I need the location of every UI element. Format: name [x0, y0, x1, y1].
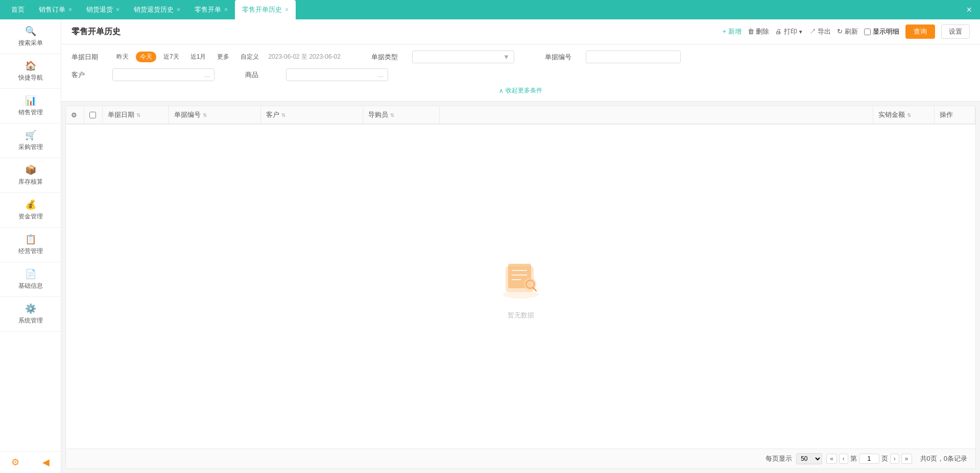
date-opt-7days[interactable]: 近7天	[159, 52, 183, 62]
tab-close-icon[interactable]: ×	[116, 6, 119, 13]
type-chevron-icon: ▼	[503, 53, 510, 61]
refresh-button[interactable]: ↻ 刷新	[837, 27, 858, 36]
th-date[interactable]: 单据日期 ⇅	[103, 106, 169, 123]
type-select[interactable]: ▼	[412, 51, 514, 63]
first-page-button[interactable]: «	[826, 454, 837, 464]
sidebar: 🔍 搜索采单 🏠 快捷导航 📊 销售管理 🛒 采购管理 📦 库存核算 💰 资金管…	[0, 19, 61, 473]
sidebar-item-label: 系统管理	[18, 316, 43, 325]
sidebar-item-purchase[interactable]: 🛒 采购管理	[0, 123, 61, 158]
tab-label: 零售开单	[195, 5, 221, 14]
th-amount[interactable]: 实销金额 ⇅	[873, 106, 935, 123]
empty-illustration	[495, 254, 546, 305]
th-salesperson[interactable]: 导购员 ⇅	[363, 106, 440, 123]
tab-sales-order[interactable]: 销售订单 ×	[32, 0, 79, 19]
customer-label: 客户	[71, 70, 102, 80]
tab-retail-order[interactable]: 零售开单 ×	[187, 0, 235, 19]
chart-icon: 📊	[25, 95, 36, 106]
display-detail-toggle[interactable]: 显示明细	[864, 27, 899, 36]
collapse-button[interactable]: ∧ 收起更多条件	[499, 86, 542, 95]
tab-retail-history[interactable]: 零售开单历史 ×	[235, 0, 296, 19]
sidebar-item-basic-info[interactable]: 📄 基础信息	[0, 262, 61, 297]
date-opt-today[interactable]: 今天	[136, 52, 156, 62]
page-number-input[interactable]	[859, 454, 879, 464]
setting-button[interactable]: 设置	[941, 24, 970, 39]
sidebar-item-nav[interactable]: 🏠 快捷导航	[0, 54, 61, 89]
th-checkbox[interactable]	[84, 106, 103, 123]
number-label: 单据编号	[545, 53, 576, 62]
print-button[interactable]: 🖨 打印 ▼	[775, 27, 803, 36]
date-opt-1month[interactable]: 近1月	[186, 52, 210, 62]
table-header: ⚙ 单据日期 ⇅ 单据编号 ⇅ 客户 ⇅ 导购员 ⇅	[66, 106, 975, 125]
tab-return-history[interactable]: 销货退货历史 ×	[127, 0, 187, 19]
tab-label: 销售订单	[39, 5, 65, 14]
date-opt-custom[interactable]: 自定义	[236, 52, 263, 62]
add-button[interactable]: + 新增	[722, 27, 741, 36]
sidebar-item-label: 快捷导航	[18, 73, 43, 82]
filter-row-2: 客户 ... 商品 ...	[71, 68, 970, 81]
settings-icon-btn[interactable]: ⚙	[11, 457, 19, 468]
gear-icon: ⚙️	[25, 303, 36, 314]
sidebar-item-finance[interactable]: 💰 资金管理	[0, 193, 61, 228]
goods-input-wrap[interactable]: ...	[286, 68, 388, 81]
per-page-select[interactable]: 20 50 100 200	[796, 453, 822, 464]
export-button[interactable]: ↗ 导出	[809, 27, 831, 36]
select-all-checkbox[interactable]	[89, 112, 96, 118]
filter-row-1: 单据日期 昨天 今天 近7天 近1月 更多 自定义 2023-06-02 至 2…	[71, 51, 970, 63]
date-opt-yesterday[interactable]: 昨天	[112, 52, 133, 62]
tab-home[interactable]: 首页	[4, 0, 32, 19]
date-range-display: 2023-06-02 至 2023-06-02	[268, 53, 340, 61]
sidebar-item-sales[interactable]: 📊 销售管理	[0, 89, 61, 123]
sort-customer-icon: ⇅	[281, 112, 285, 118]
th-actions: 操作	[935, 106, 975, 123]
empty-text: 暂无数据	[508, 311, 534, 320]
top-tabbar: 首页 销售订单 × 销货退货 × 销货退货历史 × 零售开单 × 零售开单历史 …	[0, 0, 980, 19]
th-settings[interactable]: ⚙	[66, 106, 84, 123]
sort-date-icon: ⇅	[136, 112, 140, 118]
customer-input-wrap[interactable]: ...	[112, 68, 214, 81]
cart-icon: 🛒	[25, 130, 36, 141]
tab-label: 零售开单历史	[242, 5, 282, 14]
th-number[interactable]: 单据编号 ⇅	[169, 106, 261, 123]
tab-label: 首页	[11, 5, 25, 14]
delete-button[interactable]: 🗑 删除	[748, 27, 770, 36]
th-extra	[440, 106, 873, 123]
tab-close-icon[interactable]: ×	[177, 6, 180, 13]
sidebar-item-search[interactable]: 🔍 搜索采单	[0, 19, 61, 54]
next-page-button[interactable]: ›	[890, 454, 899, 464]
tab-label: 销货退货历史	[134, 5, 174, 14]
prev-page-button[interactable]: ‹	[839, 454, 848, 464]
tab-close-icon[interactable]: ×	[68, 6, 72, 13]
table-body: 暂无数据	[66, 125, 975, 449]
print-chevron-icon: ▼	[798, 29, 803, 35]
tab-sales-return[interactable]: 销货退货 ×	[79, 0, 127, 19]
th-customer[interactable]: 客户 ⇅	[261, 106, 363, 123]
goods-ellipsis-icon[interactable]: ...	[378, 71, 384, 79]
number-input[interactable]	[586, 51, 681, 63]
type-label: 单据类型	[371, 53, 402, 62]
date-opt-more[interactable]: 更多	[213, 52, 233, 62]
page-nav: « ‹ 第 页 › »	[826, 454, 912, 464]
tab-close-icon[interactable]: ×	[285, 6, 289, 13]
customer-ellipsis-icon[interactable]: ...	[204, 71, 210, 79]
document-icon: 📄	[25, 268, 36, 280]
display-detail-checkbox[interactable]	[864, 29, 871, 35]
window-close-button[interactable]: ×	[962, 5, 976, 15]
sidebar-item-label: 销售管理	[18, 108, 43, 117]
tab-label: 销货退货	[86, 5, 113, 14]
sidebar-item-label: 资金管理	[18, 212, 43, 221]
last-page-button[interactable]: »	[901, 454, 912, 464]
sidebar-item-inventory[interactable]: 📦 库存核算	[0, 158, 61, 193]
table-area: ⚙ 单据日期 ⇅ 单据编号 ⇅ 客户 ⇅ 导购员 ⇅	[65, 106, 976, 469]
sort-amount-icon: ⇅	[907, 112, 911, 118]
tab-close-icon[interactable]: ×	[224, 6, 228, 13]
page-title: 零售开单历史	[71, 27, 121, 37]
collapse-sidebar-btn[interactable]: ◀	[42, 457, 50, 468]
sidebar-item-label: 基础信息	[18, 282, 43, 290]
filter-area: 单据日期 昨天 今天 近7天 近1月 更多 自定义 2023-06-02 至 2…	[61, 44, 980, 102]
home-icon: 🏠	[25, 60, 36, 71]
goods-label: 商品	[245, 70, 276, 80]
sidebar-item-management[interactable]: 📋 经营管理	[0, 228, 61, 262]
sidebar-item-system[interactable]: ⚙️ 系统管理	[0, 297, 61, 332]
page-label: 第	[850, 454, 857, 463]
query-button[interactable]: 查询	[905, 24, 935, 39]
